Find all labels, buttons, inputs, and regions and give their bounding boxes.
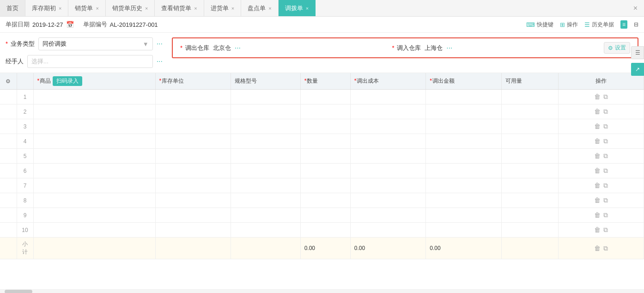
data-cell[interactable] xyxy=(426,134,502,149)
data-cell[interactable] xyxy=(501,104,558,119)
data-cell[interactable] xyxy=(33,193,155,208)
tab-home[interactable]: 首页 xyxy=(0,0,25,16)
data-cell[interactable] xyxy=(501,223,558,238)
data-cell[interactable] xyxy=(426,149,502,164)
delete-row-icon[interactable]: 🗑 xyxy=(593,182,602,189)
th-settings[interactable]: ⚙ xyxy=(0,73,17,90)
person-more-icon[interactable]: ··· xyxy=(157,58,163,65)
data-cell[interactable] xyxy=(350,134,426,149)
window-close-button[interactable]: × xyxy=(627,4,644,12)
shortcuts-button[interactable]: ⌨ 快捷键 xyxy=(526,21,553,29)
tab-view-sales-close[interactable]: × xyxy=(194,6,197,11)
data-cell[interactable] xyxy=(350,149,426,164)
data-cell[interactable]: 0.00 xyxy=(350,238,426,259)
copy-row-icon[interactable]: ⧉ xyxy=(602,182,609,189)
copy-row-icon[interactable]: ⧉ xyxy=(602,93,609,100)
grid-view-icon[interactable]: ⊟ xyxy=(634,21,638,28)
data-cell[interactable]: 0.00 xyxy=(426,238,502,259)
view-toggle-list[interactable]: ≡ xyxy=(620,20,627,29)
data-cell[interactable] xyxy=(231,164,301,178)
data-cell[interactable] xyxy=(231,149,301,164)
data-cell[interactable] xyxy=(501,238,558,259)
copy-row-icon[interactable]: ⧉ xyxy=(602,122,609,130)
data-cell[interactable] xyxy=(426,164,502,178)
tab-inventory-check-close[interactable]: × xyxy=(268,6,271,11)
data-cell[interactable] xyxy=(33,164,155,178)
data-cell[interactable] xyxy=(33,238,155,259)
operations-button[interactable]: ⊞ 操作 xyxy=(560,21,578,29)
data-cell[interactable] xyxy=(300,164,350,178)
data-cell[interactable] xyxy=(155,223,231,238)
data-cell[interactable] xyxy=(155,119,231,134)
tab-inventory-check[interactable]: 盘点单 × xyxy=(241,0,278,16)
data-cell[interactable] xyxy=(155,149,231,164)
data-cell[interactable] xyxy=(155,104,231,119)
data-cell[interactable] xyxy=(33,90,155,104)
data-cell[interactable] xyxy=(501,134,558,149)
data-cell[interactable] xyxy=(501,208,558,223)
settings-button[interactable]: ⚙ 设置 xyxy=(604,42,630,54)
business-type-select[interactable]: 同价调拨 ▼ xyxy=(38,37,153,50)
tab-purchase-close[interactable]: × xyxy=(231,6,234,11)
delete-row-icon[interactable]: 🗑 xyxy=(593,167,602,174)
copy-row-icon[interactable]: ⧉ xyxy=(602,167,609,174)
tab-sales-order-close[interactable]: × xyxy=(96,6,98,11)
data-cell[interactable] xyxy=(350,90,426,104)
data-cell[interactable] xyxy=(426,193,502,208)
delete-row-icon[interactable]: 🗑 xyxy=(593,108,602,115)
list-view-icon[interactable]: ≡ xyxy=(620,20,627,29)
data-cell[interactable] xyxy=(155,193,231,208)
data-cell[interactable] xyxy=(426,223,502,238)
delete-row-icon[interactable]: 🗑 xyxy=(593,122,602,130)
data-cell[interactable] xyxy=(231,193,301,208)
data-cell[interactable] xyxy=(501,164,558,178)
tab-inventory-init[interactable]: 库存期初 × xyxy=(25,0,68,16)
data-cell[interactable] xyxy=(350,119,426,134)
data-cell[interactable] xyxy=(300,90,350,104)
data-cell[interactable] xyxy=(33,149,155,164)
scrollbar-thumb[interactable] xyxy=(5,290,32,293)
data-cell[interactable] xyxy=(501,178,558,193)
transfer-in-more-icon[interactable]: ··· xyxy=(446,44,452,52)
data-cell[interactable] xyxy=(155,164,231,178)
calendar-icon[interactable]: 📅 xyxy=(66,21,74,28)
tab-sales-history[interactable]: 销货单历史 × xyxy=(106,0,155,16)
delete-row-icon[interactable]: 🗑 xyxy=(593,226,602,233)
scan-button[interactable]: 扫码录入 xyxy=(53,76,82,86)
data-cell[interactable] xyxy=(501,90,558,104)
data-cell[interactable] xyxy=(300,149,350,164)
horizontal-scrollbar[interactable] xyxy=(0,289,644,293)
data-cell[interactable] xyxy=(231,178,301,193)
copy-row-icon[interactable]: ⧉ xyxy=(602,137,609,145)
data-cell[interactable] xyxy=(501,119,558,134)
data-cell[interactable] xyxy=(300,223,350,238)
data-cell[interactable] xyxy=(350,178,426,193)
data-cell[interactable] xyxy=(33,134,155,149)
delete-row-icon[interactable]: 🗑 xyxy=(593,196,602,204)
person-select[interactable]: 选择... xyxy=(27,55,153,68)
tab-sales-order[interactable]: 销货单 × xyxy=(68,0,105,16)
data-cell[interactable] xyxy=(33,223,155,238)
data-cell[interactable] xyxy=(155,178,231,193)
copy-row-icon[interactable]: ⧉ xyxy=(602,108,609,115)
sidebar-list-icon[interactable]: ☰ xyxy=(631,46,644,59)
data-cell[interactable] xyxy=(350,208,426,223)
data-cell[interactable] xyxy=(426,178,502,193)
data-cell[interactable] xyxy=(300,134,350,149)
data-cell[interactable] xyxy=(300,104,350,119)
data-cell[interactable] xyxy=(33,178,155,193)
data-cell[interactable] xyxy=(231,238,301,259)
data-cell[interactable] xyxy=(155,208,231,223)
data-cell[interactable] xyxy=(426,90,502,104)
copy-row-icon[interactable]: ⧉ xyxy=(602,244,609,252)
tab-sales-history-close[interactable]: × xyxy=(145,6,148,11)
data-cell[interactable] xyxy=(350,104,426,119)
data-cell[interactable] xyxy=(231,223,301,238)
data-cell[interactable] xyxy=(231,134,301,149)
data-cell[interactable] xyxy=(350,223,426,238)
data-cell[interactable] xyxy=(231,90,301,104)
copy-row-icon[interactable]: ⧉ xyxy=(602,226,609,233)
delete-row-icon[interactable]: 🗑 xyxy=(593,137,602,145)
data-cell[interactable] xyxy=(300,208,350,223)
data-cell[interactable] xyxy=(231,119,301,134)
